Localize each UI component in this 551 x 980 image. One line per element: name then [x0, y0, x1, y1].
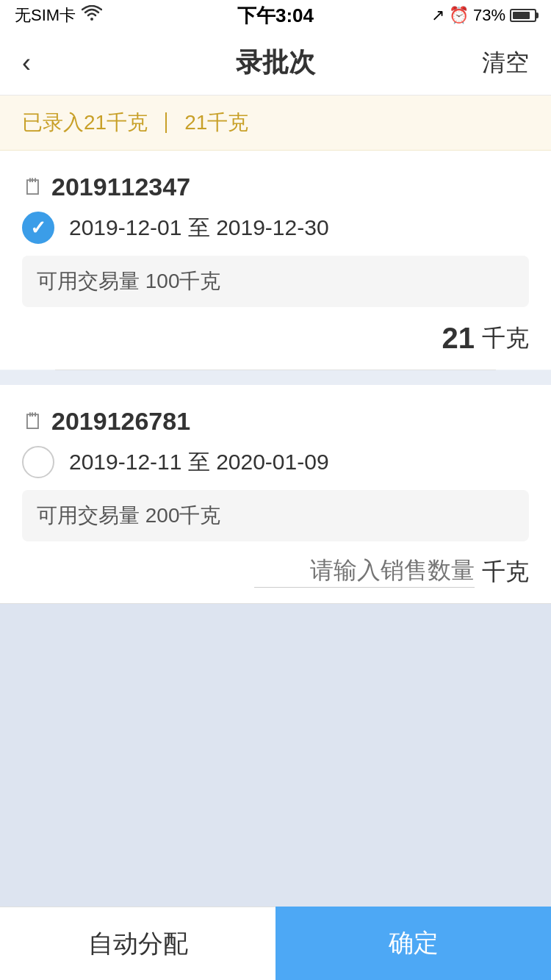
info-bar: 已录入21千克 21千克	[0, 96, 551, 151]
confirm-button[interactable]: 确定	[276, 907, 551, 980]
section-separator	[0, 370, 551, 385]
status-bar-left: 无SIM卡	[15, 4, 102, 26]
batch-2-unit: 千克	[482, 556, 529, 588]
batch-1-qty-value: 21	[442, 322, 475, 355]
batch-2-date-row: 2019-12-11 至 2020-01-09	[22, 446, 529, 478]
batch-1-qty-row: 21 千克	[0, 307, 551, 370]
batch-2-input-row: 千克	[0, 541, 551, 604]
batch-1-id: 2019112347	[51, 173, 190, 201]
carrier-label: 无SIM卡	[15, 4, 76, 26]
auto-distribute-button[interactable]: 自动分配	[0, 907, 276, 980]
batch-1-date: 2019-12-01 至 2019-12-30	[69, 213, 329, 243]
location-icon: ↗	[431, 6, 444, 25]
back-button[interactable]: ‹	[22, 48, 31, 79]
battery-percent: 73%	[473, 6, 505, 25]
batch-2-header: 🗒 2019126781	[22, 407, 529, 436]
page-title: 录批次	[236, 45, 315, 81]
total-label: 21千克	[184, 109, 248, 137]
batch-2-radio[interactable]	[22, 446, 54, 478]
batch-1-icon: 🗒	[22, 175, 44, 200]
svg-point-0	[90, 18, 93, 21]
batch-1-card: 🗒 2019112347 2019-12-01 至 2019-12-30 可用交…	[0, 151, 551, 307]
batch-2-qty-input[interactable]	[254, 557, 475, 588]
batch-1-date-row: 2019-12-01 至 2019-12-30	[22, 212, 529, 244]
batch-1-qty-unit: 千克	[482, 323, 529, 355]
batch-2-icon: 🗒	[22, 409, 44, 434]
batch-2-avail: 可用交易量 200千克	[22, 490, 529, 541]
clear-button[interactable]: 清空	[482, 47, 529, 79]
batch-1-header: 🗒 2019112347	[22, 173, 529, 201]
bottom-bar: 自动分配 确定	[0, 907, 551, 980]
batch-2-date: 2019-12-11 至 2020-01-09	[69, 447, 329, 478]
status-bar: 无SIM卡 下午3:04 ↗ ⏰ 73%	[0, 0, 551, 31]
status-bar-right: ↗ ⏰ 73%	[431, 6, 536, 25]
info-divider	[165, 112, 167, 133]
batch-2-card: 🗒 2019126781 2019-12-11 至 2020-01-09 可用交…	[0, 385, 551, 541]
recorded-label: 已录入21千克	[22, 109, 148, 137]
alarm-icon: ⏰	[449, 6, 469, 25]
battery-icon	[510, 9, 536, 22]
gray-area	[0, 604, 551, 927]
batch-1-radio[interactable]	[22, 212, 54, 244]
batch-1-avail: 可用交易量 100千克	[22, 256, 529, 307]
wifi-icon	[82, 5, 102, 26]
status-bar-time: 下午3:04	[237, 3, 314, 29]
batch-2-id: 2019126781	[51, 407, 190, 436]
nav-bar: ‹ 录批次 清空	[0, 31, 551, 96]
